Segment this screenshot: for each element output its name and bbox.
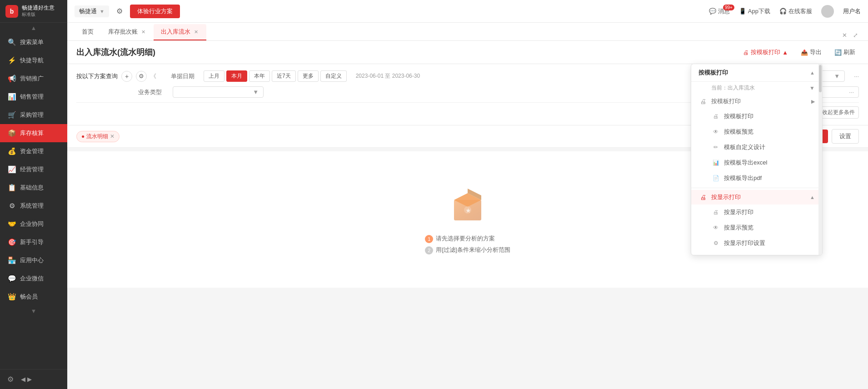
sidebar-item-label: 基础信息 <box>20 184 44 192</box>
empty-state-icon: ★ <box>445 182 490 227</box>
filter-collapse-button[interactable]: 《 <box>150 72 156 80</box>
svg-point-4 <box>464 206 471 214</box>
template-excel-label: 按模板导出excel <box>724 159 767 167</box>
tab-expand-button[interactable]: ⤢ <box>850 30 861 40</box>
filter-left-actions: 按以下方案查询 + ⚙ 《 <box>76 71 156 82</box>
dropdown-item-template-custom[interactable]: ✏ 模板自定义设计 <box>691 140 822 155</box>
date-label: 单据日期 <box>171 72 195 80</box>
dropdown-item-template-preview[interactable]: 👁 按模板预览 <box>691 124 822 140</box>
dropdown-scrollbar[interactable] <box>818 64 822 255</box>
phone-icon: 📱 <box>739 8 746 15</box>
logo-badge: 标准版 <box>22 11 55 18</box>
tag-icon: ● <box>81 133 85 140</box>
avatar[interactable] <box>821 5 834 18</box>
dropdown-section-display-print[interactable]: 🖨 按显示打印 ▲ <box>691 190 822 204</box>
tab-home[interactable]: 首页 <box>75 24 101 40</box>
filter-add-button[interactable]: + <box>121 71 132 82</box>
date-custom-btn[interactable]: 自定义 <box>320 70 347 82</box>
tab-flow[interactable]: 出入库流水 ✕ <box>154 24 206 40</box>
tip-text-2: 用[过滤]条件来缩小分析范围 <box>436 246 510 254</box>
sidebar-nav: ▲ 🔍 搜索菜单 ⚡ 快捷导航 📢 营销推广 📊 销售管理 🛒 采购管理 📦 库… <box>0 23 67 369</box>
dropdown-item-display-print[interactable]: 🖨 按显示打印 <box>691 204 822 220</box>
sidebar-item-wechat[interactable]: 💬 企业微信 <box>0 269 67 288</box>
print-template-label: 按模板打印 <box>751 48 780 56</box>
tab-batch[interactable]: 库存批次账 ✕ <box>101 24 154 40</box>
print-template-button[interactable]: 🖨 按模板打印 ▲ <box>739 46 792 58</box>
sidebar-item-label: 快捷导航 <box>20 56 44 65</box>
online-service-button[interactable]: 🎧 在线客服 <box>779 7 812 15</box>
online-service-label: 在线客服 <box>788 7 812 15</box>
sidebar-item-label: 资金管理 <box>20 147 44 155</box>
current-section-label: 当前：出入库流水 <box>711 85 755 91</box>
dropdown-item-display-excel[interactable]: 📊 按显示导出excel <box>691 251 822 255</box>
refresh-button[interactable]: 🔄 刷新 <box>831 46 859 58</box>
sidebar-item-sales[interactable]: 📊 销售管理 <box>0 88 67 106</box>
vip-icon: 👑 <box>7 292 16 301</box>
message-icon: 💬 <box>709 8 716 15</box>
tab-home-label: 首页 <box>82 28 94 36</box>
sidebar-item-marketing[interactable]: 📢 营销推广 <box>0 70 67 88</box>
sidebar-item-operation[interactable]: 📈 经营管理 <box>0 160 67 179</box>
scrollbar-thumb <box>819 65 822 92</box>
sidebar-item-label: 库存核算 <box>20 129 44 137</box>
topbar-gear-button[interactable]: ⚙ <box>113 5 126 18</box>
dropdown-collapse-icon[interactable]: ▲ <box>810 70 815 75</box>
sidebar-item-shortcut[interactable]: ⚡ 快捷导航 <box>0 51 67 70</box>
sidebar-item-finance[interactable]: 💰 资金管理 <box>0 142 67 160</box>
username-label: 用户名 <box>843 7 861 15</box>
tab-close-all-button[interactable]: ✕ <box>839 30 850 40</box>
page-actions: 🖨 按模板打印 ▲ 📤 导出 🔄 刷新 按模 <box>739 46 859 58</box>
system-icon: ⚙ <box>7 201 16 210</box>
dropdown-item-template-print[interactable]: 🖨 按模板打印 <box>691 109 822 124</box>
export-icon: 📤 <box>801 49 808 56</box>
sidebar-item-label: 销售管理 <box>20 93 44 101</box>
sidebar-item-purchase[interactable]: 🛒 采购管理 <box>0 106 67 124</box>
sidebar-settings-icon[interactable]: ⚙ <box>7 375 14 384</box>
business-chevron: ▼ <box>253 89 259 95</box>
dropdown-section-template-print[interactable]: 🖨 按模板打印 ▶ <box>691 94 822 109</box>
tab-flow-label: 出入库流水 <box>161 28 190 36</box>
tag-remove-icon[interactable]: ✕ <box>110 133 115 140</box>
search-icon: 🔍 <box>7 38 16 47</box>
sidebar-item-system[interactable]: ⚙ 系统管理 <box>0 197 67 215</box>
sales-icon: 📊 <box>7 92 16 101</box>
tab-batch-close[interactable]: ✕ <box>140 29 146 35</box>
export-button[interactable]: 📤 导出 <box>797 46 825 58</box>
sidebar-item-basic[interactable]: 📋 基础信息 <box>0 179 67 197</box>
date-this-year-btn[interactable]: 本年 <box>249 70 270 82</box>
business-select[interactable]: ▼ <box>173 86 264 98</box>
user-selector-chevron: ▼ <box>100 9 105 14</box>
dropdown-item-display-settings[interactable]: ⚙ 按显示打印设置 <box>691 235 822 251</box>
date-filter-buttons: 上月 本月 本年 近7天 更多 自定义 <box>204 70 347 82</box>
basic-icon: 📋 <box>7 183 16 192</box>
print-chevron: ▲ <box>782 49 788 56</box>
sidebar-item-inventory[interactable]: 📦 库存核算 <box>0 124 67 142</box>
sidebar-item-search[interactable]: 🔍 搜索菜单 <box>0 33 67 51</box>
scroll-up-indicator: ▲ <box>0 23 67 33</box>
sidebar-item-collab[interactable]: 🤝 企业协同 <box>0 215 67 233</box>
date-last-7days-btn[interactable]: 近7天 <box>272 70 296 82</box>
sidebar-item-vip[interactable]: 👑 畅会员 <box>0 288 67 306</box>
setting-button[interactable]: 设置 <box>832 129 859 144</box>
dropdown-item-template-pdf[interactable]: 📄 按模板导出pdf <box>691 170 822 186</box>
date-more-btn[interactable]: 更多 <box>298 70 319 82</box>
topbar-left: 畅捷通 ▼ ⚙ 体验行业方案 <box>75 5 709 18</box>
date-current-month-btn[interactable]: 本月 <box>226 70 247 82</box>
user-selector[interactable]: 畅捷通 ▼ <box>75 5 109 17</box>
sidebar-collapse-icon[interactable]: ◀ ▶ <box>21 376 32 383</box>
date-range-display: 2023-06-01 至 2023-06-30 <box>356 72 420 80</box>
sidebar-item-appstore[interactable]: 🏪 应用中心 <box>0 251 67 269</box>
app-download-button[interactable]: 📱 App下载 <box>739 7 770 15</box>
filter-settings-icon[interactable]: ⚙ <box>136 71 147 82</box>
messages-button[interactable]: 💬 消息 99+ <box>709 7 730 15</box>
tab-flow-close[interactable]: ✕ <box>193 29 199 35</box>
logo-text-area: 畅捷通好生意 标准版 <box>22 5 55 18</box>
service-icon: 🎧 <box>779 8 787 15</box>
template-pdf-icon: 📄 <box>711 174 720 183</box>
sidebar-item-guide[interactable]: 🎯 新手引导 <box>0 233 67 251</box>
display-section-expand-icon: ▲ <box>810 194 815 200</box>
dropdown-item-display-preview[interactable]: 👁 按显示预览 <box>691 220 822 235</box>
trial-button[interactable]: 体验行业方案 <box>130 5 180 18</box>
date-last-month-btn[interactable]: 上月 <box>204 70 224 82</box>
dropdown-item-template-excel[interactable]: 📊 按模板导出excel <box>691 155 822 170</box>
